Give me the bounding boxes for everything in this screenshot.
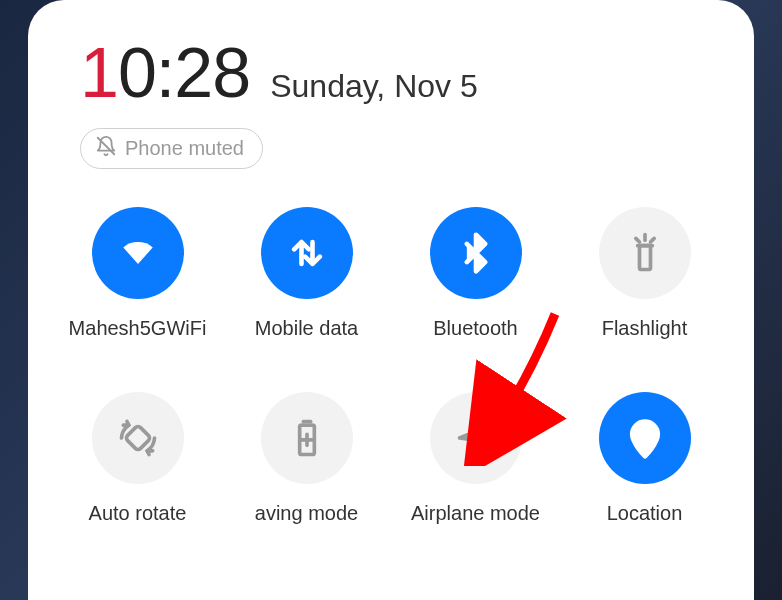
clock-accent-digit: 1 — [80, 34, 118, 112]
tile-mobile-data[interactable]: Mobile data — [227, 207, 386, 340]
tile-label: Airplane mode — [411, 502, 540, 525]
clock: 10:28 — [80, 38, 250, 108]
quick-settings-panel: 10:28 Sunday, Nov 5 Phone muted Mahesh5G… — [28, 0, 754, 600]
phone-muted-pill[interactable]: Phone muted — [80, 128, 263, 169]
tile-flashlight[interactable]: Flashlight — [565, 207, 724, 340]
bluetooth-icon — [430, 207, 522, 299]
wifi-icon — [92, 207, 184, 299]
quick-settings-grid: Mahesh5GWiFi Mobile data Bluetooth — [58, 207, 724, 525]
muted-label: Phone muted — [125, 137, 244, 160]
tile-auto-rotate[interactable]: Auto rotate — [58, 392, 217, 525]
location-icon — [599, 392, 691, 484]
airplane-icon — [430, 392, 522, 484]
tile-wifi[interactable]: Mahesh5GWiFi — [58, 207, 217, 340]
tile-label: Mahesh5GWiFi — [69, 317, 207, 340]
clock-rest: 0:28 — [118, 34, 250, 112]
tile-bluetooth[interactable]: Bluetooth — [396, 207, 555, 340]
tile-saving-mode[interactable]: aving mode — [227, 392, 386, 525]
bell-muted-icon — [95, 135, 117, 162]
clock-row: 10:28 Sunday, Nov 5 — [58, 38, 724, 108]
tile-location[interactable]: Location — [565, 392, 724, 525]
rotate-icon — [92, 392, 184, 484]
svg-line-3 — [635, 238, 639, 242]
tile-label: Flashlight — [602, 317, 688, 340]
tile-airplane-mode[interactable]: Airplane mode — [396, 392, 555, 525]
svg-point-10 — [640, 430, 649, 439]
svg-line-4 — [650, 238, 654, 242]
battery-saver-icon — [261, 392, 353, 484]
mobile-data-icon — [261, 207, 353, 299]
tile-label: Bluetooth — [433, 317, 518, 340]
flashlight-icon — [599, 207, 691, 299]
tile-label: Auto rotate — [89, 502, 187, 525]
tile-label: Location — [607, 502, 683, 525]
svg-rect-5 — [125, 425, 151, 451]
tile-label: aving mode — [255, 502, 358, 525]
date: Sunday, Nov 5 — [270, 68, 478, 105]
svg-rect-1 — [639, 246, 650, 270]
tile-label: Mobile data — [255, 317, 358, 340]
